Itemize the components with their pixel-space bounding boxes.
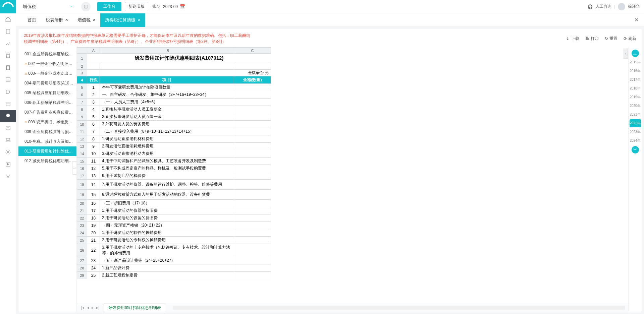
cell[interactable]: 1.新产品设计费 (100, 264, 234, 272)
year-down-button[interactable]: ︾ (632, 146, 639, 153)
cell[interactable]: 7.用于研发活动的仪器、设备的运行维护、调整、检验、维修等费用 (100, 180, 234, 190)
cell[interactable]: 25 (87, 272, 100, 279)
list-item-4[interactable]: 005-纳税调整项目明细表(A1... (18, 88, 76, 98)
cell[interactable] (234, 214, 271, 222)
cell[interactable]: 1.直接从事研发活动人员工资薪金 (100, 106, 234, 113)
nav-doc-icon[interactable] (0, 25, 16, 38)
cell[interactable]: 24 (87, 264, 100, 272)
list-item-2[interactable]: ⚠003-一般企业成本支出明细... (18, 69, 76, 78)
cell[interactable] (234, 121, 271, 128)
row-header-18[interactable]: 18 (77, 180, 87, 190)
cell[interactable] (234, 128, 271, 135)
cell[interactable] (234, 84, 271, 91)
calendar-icon[interactable]: 📅 (180, 4, 185, 9)
tab-close-1[interactable]: ✕ (65, 18, 68, 22)
nav-bag-icon[interactable] (0, 50, 16, 62)
cell[interactable]: 4.用于中间试验和产品试制的模具、工艺装备开发及制造费 (100, 158, 234, 165)
expand-handle[interactable]: › (624, 49, 628, 59)
year-2016年[interactable]: 2016年 (630, 67, 641, 75)
row-header-24[interactable]: 24 (77, 229, 87, 237)
circle-button[interactable] (81, 2, 91, 11)
cell[interactable]: 5 (87, 113, 100, 121)
reset-button[interactable]: ↻ 重置 (605, 33, 618, 45)
row-header-13[interactable]: 13 (77, 143, 87, 150)
period-value[interactable]: 2023-09 (163, 4, 178, 9)
col-header-b[interactable]: B (100, 48, 234, 54)
row-header-11[interactable]: 11 (77, 128, 87, 135)
cell[interactable]: 3 (87, 99, 100, 106)
year-2018年[interactable]: 2018年 (630, 84, 641, 92)
cell[interactable] (100, 63, 234, 70)
cell[interactable]: 1 (87, 84, 100, 91)
download-button[interactable]: ⭳ 下载 (566, 33, 579, 45)
cell[interactable]: 一、自主研发、合作研发、集中研发（3+7+16+19+23+34） (100, 91, 234, 99)
horizontal-scrollbar[interactable] (173, 306, 625, 310)
cell[interactable] (234, 106, 271, 113)
row-header-4[interactable]: 4 (77, 76, 87, 84)
year-2023年[interactable]: 2023年 (630, 128, 641, 136)
close-all-tabs[interactable]: ✕ (634, 17, 639, 23)
consult-link[interactable]: 人工咨询 (595, 4, 611, 9)
cell[interactable]: 9 (87, 143, 100, 150)
cell[interactable]: 6 (87, 121, 100, 128)
row-header-14[interactable]: 14 (77, 150, 87, 158)
row-header-28[interactable]: 28 (77, 264, 87, 272)
row-header-25[interactable]: 25 (77, 237, 87, 244)
sheet-nav-first[interactable]: |◂ (80, 305, 85, 310)
year-2019年[interactable]: 2019年 (630, 93, 641, 101)
cell[interactable] (234, 237, 271, 244)
cell[interactable]: （四）无形资产摊销（20+21+22） (100, 222, 234, 229)
cell[interactable] (234, 207, 271, 214)
row-header-2[interactable]: 2 (77, 63, 87, 70)
row-header-17[interactable]: 17 (77, 172, 87, 180)
tab-3[interactable]: 所得税汇算清缴✕ (100, 13, 145, 27)
cell[interactable] (234, 264, 271, 272)
row-header-8[interactable]: 8 (77, 106, 87, 113)
row-header-5[interactable]: 5 (77, 84, 87, 91)
cell[interactable]: 21 (87, 237, 100, 244)
cell[interactable]: 13 (87, 172, 100, 180)
tab-close-3[interactable]: ✕ (138, 18, 141, 22)
row-header-16[interactable]: 16 (77, 165, 87, 172)
cell[interactable] (234, 165, 271, 172)
user-avatar[interactable] (618, 3, 625, 10)
sheet-tab[interactable]: 研发费用加计扣除优惠明细表 (104, 304, 166, 312)
cell[interactable]: 12 (87, 165, 100, 172)
nav-archive-icon[interactable] (0, 122, 16, 134)
row-header-20[interactable]: 20 (77, 200, 87, 207)
list-item-5[interactable]: 006-职工薪酬纳税调整明细... (18, 98, 76, 108)
cell[interactable]: 2 (87, 91, 100, 99)
list-item-7[interactable]: ⚠008-资产折旧、摊销及纳税... (18, 117, 76, 127)
row-header-26[interactable]: 26 (77, 244, 87, 257)
cell[interactable]: 1.用于研发活动的软件的摊销费用 (100, 229, 234, 237)
tab-1[interactable]: 税表清册✕ (41, 13, 73, 27)
cell[interactable] (234, 257, 271, 264)
list-item-10[interactable]: 011-研发费用加计扣除优惠... (18, 146, 76, 156)
cell[interactable]: 5.用于不构成固定资产的样品、样机及一般测试手段购置费 (100, 165, 234, 172)
cell[interactable]: 6.用于试制产品的检验费 (100, 172, 234, 180)
row-header-7[interactable]: 7 (77, 99, 87, 106)
cell[interactable]: 8 (87, 135, 100, 143)
cell[interactable] (234, 91, 271, 99)
row-header-21[interactable]: 21 (77, 207, 87, 214)
row-header-3[interactable]: 3 (77, 70, 87, 76)
print-button[interactable]: 🖶 打印 (585, 33, 599, 45)
year-up-button[interactable]: ︽ (632, 50, 639, 57)
row-header-6[interactable]: 6 (77, 91, 87, 99)
list-item-11[interactable]: 012-减免所得税优惠明细表(... (18, 156, 76, 166)
cell[interactable] (234, 63, 271, 70)
row-header-15[interactable]: 15 (77, 158, 87, 165)
col-header-c[interactable]: C (234, 48, 271, 54)
list-item-6[interactable]: 007-广告费和业务宣传费跨... (18, 108, 76, 117)
tab-close-2[interactable]: ✕ (93, 18, 96, 22)
cell[interactable]: 8.通过经营租赁方式租入的用于研发活动的仪器、设备租赁费 (100, 190, 234, 200)
cell[interactable]: 1.用于研发活动的仪器的折旧费 (100, 207, 234, 214)
year-2015年[interactable]: 2015年 (630, 58, 641, 66)
cell[interactable] (234, 272, 271, 279)
spreadsheet[interactable]: A B C 1研发费用加计扣除优惠明细表(A107012)23金额单位: 元4行… (77, 47, 628, 303)
tax-type-dropdown[interactable]: 增值税 ﹀ (20, 4, 76, 10)
nav-v-icon[interactable] (0, 170, 16, 182)
cell[interactable] (234, 99, 271, 106)
row-header-23[interactable]: 23 (77, 222, 87, 229)
cell[interactable]: 本年可享受研发费用加计扣除项目数量 (100, 84, 234, 91)
